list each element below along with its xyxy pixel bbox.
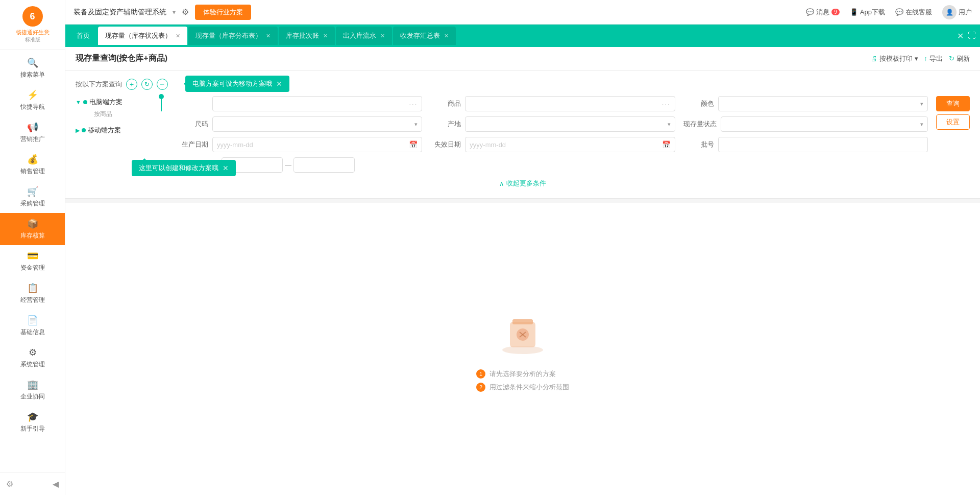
sidebar-item-search[interactable]: 🔍 搜索菜单	[0, 52, 65, 84]
sidebar-item-sales[interactable]: 💰 销售管理	[0, 149, 65, 181]
app-icon: 📱	[850, 8, 858, 16]
experience-button[interactable]: 体验行业方案	[195, 5, 251, 20]
message-icon: 💬	[806, 8, 814, 16]
tab-close-icon[interactable]: ✕	[380, 33, 385, 39]
field-stock-status-arrow: ▾	[920, 121, 923, 128]
popover-mobile-close[interactable]: ✕	[276, 80, 282, 88]
export-btn[interactable]: ↑ 导出	[924, 54, 943, 63]
field-expire-date: 失效日期 yyyy-mm-dd 📅	[430, 137, 675, 152]
field-origin-select[interactable]: ▾	[465, 116, 675, 132]
field-size-select[interactable]: ▾	[212, 116, 422, 132]
export-icon: ↑	[924, 55, 928, 62]
user-item[interactable]: 👤 用户	[942, 5, 972, 19]
sidebar-item-enterprise[interactable]: 🏢 企业协同	[0, 374, 65, 406]
logo-text: 畅捷通好生意	[16, 29, 50, 36]
field-stock-status: 现存量状态 ▾	[683, 116, 928, 132]
field-size: 尺码 ▾	[178, 116, 422, 132]
sidebar-item-label: 销售管理	[20, 167, 45, 176]
tab-close-icon[interactable]: ✕	[176, 33, 180, 39]
app-download-item[interactable]: 📱 App下载	[850, 8, 885, 17]
sidebar-item-purchase[interactable]: 🛒 采购管理	[0, 181, 65, 213]
refresh-label: 刷新	[957, 54, 970, 63]
scheme-toggle-icon[interactable]: ▼	[76, 99, 81, 105]
system-dropdown-icon[interactable]: ▾	[173, 9, 176, 16]
filter-fields: ··· 商品 ··· 颜色	[178, 96, 928, 175]
header-settings-btn[interactable]: ⚙	[182, 7, 189, 17]
tab-close-icon[interactable]: ✕	[323, 33, 328, 39]
field-warehouse-input[interactable]: ···	[212, 96, 422, 111]
field-produce-date-label: 生产日期	[178, 140, 208, 149]
support-label: 在线客服	[905, 8, 932, 17]
field-warehouse-dots[interactable]: ···	[409, 100, 418, 108]
sidebar-item-marketing[interactable]: 📢 营销推广	[0, 116, 65, 149]
scheme-node-child1[interactable]: 按商品	[92, 108, 178, 120]
filter-add-btn[interactable]: +	[126, 79, 137, 90]
tab-close-icon[interactable]: ✕	[444, 33, 449, 39]
tab-inventory-status[interactable]: 现存量（库存状况表） ✕	[98, 27, 187, 45]
scheme-toggle-mobile-icon[interactable]: ▶	[76, 127, 80, 134]
sidebar-item-finance[interactable]: 💳 资金管理	[0, 245, 65, 277]
tab-close-all-icon[interactable]: ✕	[957, 31, 964, 41]
support-item[interactable]: 💬 在线客服	[895, 8, 932, 17]
template-print-btn[interactable]: 🖨 按模板打印 ▾	[871, 54, 918, 63]
sidebar-item-inventory[interactable]: 📦 库存核算	[0, 213, 65, 245]
tab-inventory-dist[interactable]: 现存量（库存分布表） ✕	[188, 27, 278, 45]
tab-close-icon[interactable]: ✕	[266, 33, 271, 39]
template-print-label: 按模板打印	[879, 54, 913, 63]
collapse-button[interactable]: ∧ 收起更多条件	[499, 179, 546, 188]
filter-row-4: 现存量（主） —	[178, 157, 928, 173]
guide-icon: 🎓	[27, 411, 38, 422]
tip-1-text: 请先选择要分析的方案	[489, 369, 556, 379]
expire-date-placeholder: yyyy-mm-dd	[470, 141, 506, 149]
tab-inout-flow[interactable]: 出入库流水 ✕	[336, 27, 392, 45]
empty-svg	[492, 307, 553, 358]
sidebar-item-label: 企业协同	[20, 392, 45, 401]
tab-collect-summary[interactable]: 收发存汇总表 ✕	[393, 27, 456, 45]
tab-bar: 首页 现存量（库存状况表） ✕ 现存量（库存分布表） ✕ 库存批次账 ✕ 出入库…	[65, 25, 980, 47]
filter-refresh-btn[interactable]: ↻	[141, 79, 153, 90]
scheme-mobile-label: 移动端方案	[88, 126, 121, 135]
tab-inventory-status-label: 现存量（库存状况表）	[105, 31, 172, 40]
tab-batch-ledger[interactable]: 库存批次账 ✕	[279, 27, 335, 45]
field-goods-input[interactable]: ···	[465, 96, 675, 111]
field-color-select[interactable]: ▾	[718, 96, 928, 111]
sidebar-logo: 6 畅捷通好生意 标准版	[0, 0, 65, 50]
popover-mobile-scheme: 电脑方案可设为移动方案哦 ✕	[185, 76, 289, 92]
tab-home[interactable]: 首页	[69, 27, 97, 45]
sidebar-item-basic[interactable]: 📄 基础信息	[0, 310, 65, 342]
sidebar-item-operations[interactable]: 📋 经营管理	[0, 277, 65, 310]
field-expire-date-input[interactable]: yyyy-mm-dd 📅	[465, 137, 675, 152]
tip-2-text: 用过滤条件来缩小分析范围	[489, 383, 569, 392]
purchase-icon: 🛒	[27, 186, 38, 197]
footer-settings-btn[interactable]: ⚙	[6, 479, 13, 489]
field-goods: 商品 ···	[430, 96, 675, 111]
sales-icon: 💰	[27, 154, 38, 165]
tab-inout-flow-label: 出入库流水	[343, 31, 376, 40]
page-content: 现存量查询(按仓库+商品) 🖨 按模板打印 ▾ ↑ 导出 ↻ 刷新	[65, 47, 980, 495]
user-label: 用户	[959, 8, 972, 17]
filter-back-btn[interactable]: ←	[157, 79, 168, 90]
field-produce-date: 生产日期 yyyy-mm-dd 📅	[178, 137, 422, 152]
support-icon: 💬	[895, 8, 903, 16]
field-origin-arrow: ▾	[668, 121, 671, 128]
field-produce-date-input[interactable]: yyyy-mm-dd 📅	[212, 137, 422, 152]
tip-1-num: 1	[476, 369, 485, 379]
sidebar-item-guide[interactable]: 🎓 新手引导	[0, 406, 65, 438]
field-stock-status-select[interactable]: ▾	[721, 116, 928, 132]
sidebar-item-label: 库存核算	[20, 231, 45, 240]
popover-create-close[interactable]: ✕	[223, 164, 229, 172]
refresh-btn[interactable]: ↻ 刷新	[949, 54, 970, 63]
search-button[interactable]: 查询	[936, 96, 970, 111]
footer-collapse-btn[interactable]: ◀	[53, 479, 59, 489]
field-goods-dots[interactable]: ···	[662, 100, 671, 108]
sidebar-nav: 🔍 搜索菜单 ⚡ 快捷导航 📢 营销推广 💰 销售管理 🛒 采购管理 📦 库存核…	[0, 50, 65, 473]
sidebar-item-system[interactable]: ⚙ 系统管理	[0, 342, 65, 374]
reset-button[interactable]: 设置	[936, 114, 970, 130]
tab-expand-icon[interactable]: ⛶	[968, 31, 976, 40]
sidebar-item-quick[interactable]: ⚡ 快捷导航	[0, 84, 65, 116]
field-batch-input[interactable]	[718, 137, 928, 152]
message-item[interactable]: 💬 消息 9	[806, 8, 840, 17]
field-stock-qty-max[interactable]	[293, 157, 355, 173]
tab-collect-summary-label: 收发存汇总表	[400, 31, 440, 40]
field-batch: 批号	[683, 137, 928, 152]
